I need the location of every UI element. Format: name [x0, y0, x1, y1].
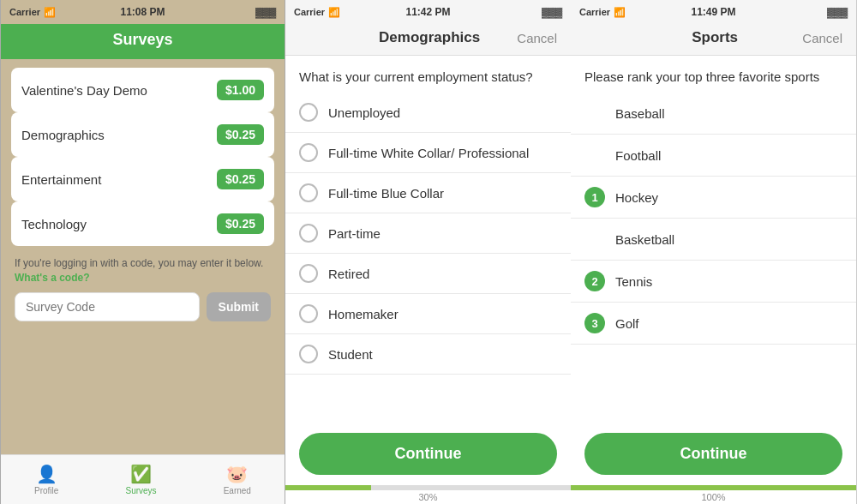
surveys-screen: Carrier 📶 11:08 PM ▓▓▓ Surveys Valentine…	[0, 0, 285, 504]
sport-rank-badge: 2	[584, 271, 605, 291]
demographics-title: Demographics	[342, 29, 517, 46]
employment-option-label: Unemployed	[328, 105, 400, 120]
tab-bar: 👤 Profile ✅ Surveys 🐷 Earned	[1, 454, 285, 504]
radio-circle	[299, 224, 318, 243]
submit-button[interactable]: Submit	[207, 292, 271, 321]
battery-icon-1: ▓▓▓	[255, 7, 276, 17]
employment-option-label: Full-time White Collar/ Professional	[328, 146, 529, 160]
surveys-icon: ✅	[130, 464, 152, 484]
employment-list: Unemployed Full-time White Collar/ Profe…	[285, 93, 571, 375]
time-1: 11:08 PM	[120, 6, 165, 18]
survey-item-label: Entertainment	[21, 172, 101, 187]
sport-list-item[interactable]: Baseball	[571, 93, 856, 135]
carrier-text-3: Carrier	[579, 7, 610, 17]
survey-item-price: $0.25	[217, 124, 264, 145]
survey-list: Valentine's Day Demo $1.00 Demographics …	[11, 68, 274, 246]
radio-circle	[299, 143, 318, 162]
employment-option[interactable]: Full-time White Collar/ Professional	[285, 133, 571, 173]
radio-circle	[299, 183, 318, 202]
code-description: If you're logging in with a code, you ma…	[15, 256, 271, 285]
sport-item-label: Hockey	[615, 190, 658, 205]
wifi-icon-1: 📶	[44, 7, 56, 18]
status-carrier-1: Carrier 📶	[9, 7, 56, 18]
sport-list-item[interactable]: Football	[571, 135, 856, 177]
employment-option[interactable]: Homemaker	[285, 294, 571, 334]
employment-options-list: Unemployed Full-time White Collar/ Profe…	[285, 93, 571, 423]
battery-3: ▓▓▓	[827, 7, 848, 17]
sport-list-item[interactable]: Basketball	[571, 219, 856, 261]
time-2: 11:42 PM	[405, 6, 450, 18]
surveys-header: Surveys	[1, 24, 285, 59]
survey-list-item[interactable]: Entertainment $0.25	[11, 157, 274, 201]
code-section: If you're logging in with a code, you ma…	[11, 256, 274, 321]
status-bar-1: Carrier 📶 11:08 PM ▓▓▓	[1, 0, 285, 24]
tab-profile-label: Profile	[34, 486, 58, 495]
survey-item-price: $1.00	[217, 80, 264, 100]
sport-item-label: Football	[615, 148, 661, 163]
code-input-row: Submit	[15, 292, 271, 321]
employment-option[interactable]: Unemployed	[285, 93, 571, 133]
tab-surveys-label: Surveys	[125, 486, 156, 495]
tab-profile[interactable]: 👤 Profile	[34, 464, 58, 495]
sport-list-item[interactable]: 2 Tennis	[571, 261, 856, 303]
survey-item-label: Technology	[21, 217, 87, 231]
survey-list-item[interactable]: Valentine's Day Demo $1.00	[11, 68, 274, 112]
tab-earned[interactable]: 🐷 Earned	[224, 464, 251, 495]
radio-circle	[299, 103, 318, 122]
demographics-continue-button[interactable]: Continue	[299, 433, 557, 475]
sport-rank-badge: 1	[584, 187, 605, 207]
surveys-content: Valentine's Day Demo $1.00 Demographics …	[1, 59, 285, 454]
code-link[interactable]: What's a code?	[15, 272, 90, 284]
profile-icon: 👤	[36, 464, 57, 484]
demographics-progress-label: 30%	[285, 490, 571, 504]
employment-option-label: Student	[328, 347, 373, 362]
employment-option[interactable]: Part-time	[285, 213, 571, 254]
battery-2: ▓▓▓	[542, 7, 562, 17]
sport-list-item[interactable]: 1 Hockey	[571, 177, 856, 219]
survey-list-item[interactable]: Demographics $0.25	[11, 112, 274, 157]
tab-surveys[interactable]: ✅ Surveys	[125, 464, 156, 495]
employment-option-label: Homemaker	[328, 307, 399, 321]
survey-code-input[interactable]	[15, 292, 200, 321]
demographics-header: Demographics Cancel	[285, 24, 571, 56]
radio-circle	[299, 345, 318, 363]
employment-option[interactable]: Retired	[285, 254, 571, 294]
employment-option[interactable]: Full-time Blue Collar	[285, 173, 571, 213]
sport-item-label: Tennis	[615, 274, 652, 289]
sports-continue-button[interactable]: Continue	[584, 433, 842, 475]
battery-1: ▓▓▓	[255, 7, 276, 17]
wifi-icon-2: 📶	[328, 7, 340, 18]
survey-item-price: $0.25	[217, 169, 264, 189]
employment-option-label: Part-time	[328, 226, 381, 241]
sports-cancel[interactable]: Cancel	[802, 31, 842, 45]
sports-items: Baseball Football 1 Hockey Basketball 2 …	[571, 93, 856, 345]
sport-list-item[interactable]: 3 Golf	[571, 303, 856, 345]
survey-item-label: Valentine's Day Demo	[21, 83, 147, 98]
sport-rank-empty	[584, 103, 605, 123]
survey-item-label: Demographics	[21, 128, 105, 142]
employment-option[interactable]: Student	[285, 334, 571, 375]
tab-earned-label: Earned	[224, 486, 251, 495]
sports-question: Please rank your top three favorite spor…	[571, 56, 856, 93]
battery-icon-2: ▓▓▓	[542, 7, 562, 17]
sports-progress-label: 100%	[571, 490, 856, 504]
sport-rank-empty	[584, 145, 605, 165]
radio-circle	[299, 264, 318, 283]
wifi-icon-3: 📶	[614, 7, 626, 18]
employment-option-label: Full-time Blue Collar	[328, 186, 444, 201]
sport-rank-empty	[584, 229, 605, 249]
radio-circle	[299, 304, 318, 323]
sports-title: Sports	[627, 29, 802, 46]
demographics-cancel[interactable]: Cancel	[517, 31, 557, 45]
demographics-screen: Carrier 📶 11:42 PM ▓▓▓ Demographics Canc…	[285, 0, 571, 504]
battery-icon-3: ▓▓▓	[827, 7, 848, 17]
sports-footer: Continue	[571, 423, 856, 485]
surveys-title: Surveys	[15, 31, 271, 49]
survey-list-item[interactable]: Technology $0.25	[11, 201, 274, 246]
code-text-static: If you're logging in with a code, you ma…	[15, 257, 263, 269]
carrier-text-1: Carrier	[9, 7, 40, 17]
demographics-question: What is your current employment status?	[285, 56, 571, 93]
demographics-footer: Continue	[285, 423, 571, 485]
status-bar-3: Carrier 📶 11:49 PM ▓▓▓	[571, 0, 856, 24]
time-3: 11:49 PM	[691, 6, 735, 18]
